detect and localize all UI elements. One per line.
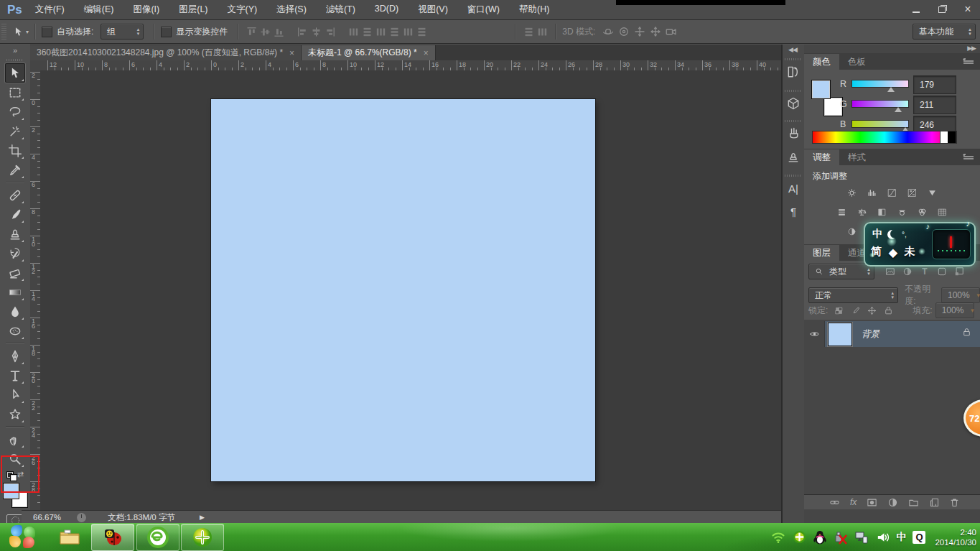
auto-select-checkbox[interactable] [42,27,52,37]
channel-slider-track[interactable] [851,80,909,88]
close-button[interactable]: × [960,4,976,15]
status-expander-icon[interactable]: ▶ [200,514,205,521]
punctuation-indicator[interactable]: °, [902,231,907,239]
properties-panel-icon[interactable] [785,95,802,112]
ime-mode-indicator[interactable]: 中 [872,228,882,241]
channel-value[interactable]: 179 [913,75,956,94]
lock-transparent-pixels-icon[interactable] [833,305,844,316]
menu-item-11[interactable]: 帮助(H) [519,4,549,16]
menu-item-4[interactable]: 图层(L) [179,4,207,16]
blend-mode-dropdown[interactable]: 正常 ▲▼ [808,287,898,303]
document-canvas[interactable] [211,99,595,481]
custom-shape-tool[interactable] [5,404,25,424]
align-bottom-icon[interactable] [272,25,286,39]
align-horizontal-center-icon[interactable] [309,25,323,39]
restore-button[interactable] [934,4,950,15]
layer-thumbnail[interactable] [828,323,852,346]
dodge-tool[interactable] [5,321,25,341]
wifi-icon[interactable] [771,530,785,545]
fill-dropdown[interactable]: 100% ▼ [935,302,974,318]
hue-saturation-icon[interactable] [834,206,850,218]
360-safe-button[interactable] [181,524,224,551]
path-selection-tool[interactable] [5,385,25,404]
type-tool[interactable] [5,366,25,385]
add-layer-mask-icon[interactable] [866,497,878,508]
minimize-button[interactable] [908,4,924,15]
taskbar-clock[interactable]: 2:40 2014/10/30 [935,527,976,547]
3d-rotate-icon[interactable] [601,25,615,39]
menu-item-5[interactable]: 文字(Y) [228,4,258,16]
menu-item-3[interactable]: 图像(I) [133,4,159,16]
smart-object-filter-icon[interactable] [953,266,965,277]
tab-close-icon[interactable]: × [424,48,429,58]
distribute-hcenter-icon[interactable] [401,25,415,39]
pen-tool[interactable] [5,346,25,366]
layer-visibility-toggle[interactable] [804,321,825,347]
auto-select-dropdown[interactable]: 组 ▲▼ [101,24,144,40]
channel-slider-track[interactable] [851,120,909,128]
color-balance-icon[interactable] [854,206,870,218]
expand-strip-icon[interactable]: ◀◀ [788,46,797,53]
channel-slider-thumb[interactable] [895,107,902,112]
history-panel-icon[interactable] [785,63,802,80]
adjustment-layer-filter-icon[interactable] [902,266,913,277]
align-vertical-center-icon[interactable] [258,25,272,39]
channel-mixer-icon[interactable] [915,206,930,218]
adjustments-tab-1[interactable]: 调整 [804,149,839,165]
menu-item-8[interactable]: 3D(D) [375,4,398,16]
align-right-icon[interactable] [323,25,337,39]
distribute-top-icon[interactable] [347,25,360,39]
gradient-tool[interactable] [5,282,25,302]
canvas-viewport[interactable] [40,70,783,510]
network-status-icon[interactable] [854,530,869,545]
character-panel-icon[interactable]: A| [785,180,802,197]
menu-item-6[interactable]: 选择(S) [276,4,307,16]
color-lookup-icon[interactable] [935,206,951,218]
ime-toolbar-overlay[interactable]: 中 °, 简 ◆ 未 ♪ ♪ [864,222,976,267]
crop-tool[interactable] [5,141,25,160]
adjustments-tab-2[interactable]: 样式 [839,149,874,165]
color-tab-1[interactable]: 颜色 [804,54,839,70]
explorer-folder-button[interactable] [53,524,86,550]
vibrance-icon[interactable] [925,187,941,199]
usb-error-icon[interactable] [834,530,848,545]
collapse-panel-icon[interactable]: » [13,46,16,55]
pixel-layer-filter-icon[interactable] [885,266,896,277]
brush-tool[interactable] [5,205,25,224]
document-tab-1[interactable]: 360截图20141030021348284.jpg @ 100% (百度知道,… [30,45,302,60]
menu-item-9[interactable]: 视图(V) [418,4,448,16]
brightness-contrast-icon[interactable] [844,187,860,199]
align-top-icon[interactable] [245,25,258,39]
menu-item-7[interactable]: 滤镜(T) [326,4,355,16]
tab-close-icon[interactable]: × [289,48,294,58]
lock-all-icon[interactable] [882,305,894,316]
delete-layer-icon[interactable] [949,497,960,508]
color-spectrum-ramp[interactable] [812,131,957,144]
3d-pan-icon[interactable] [633,25,646,39]
zoom-level[interactable]: 66.67% [33,513,61,522]
move-tool[interactable] [5,63,25,83]
layer-filter-dropdown[interactable]: 类型 ▲▼ [808,264,874,279]
new-group-icon[interactable] [907,497,920,508]
distribute-spacing-icon[interactable] [536,25,549,39]
clone-stamp-tool[interactable] [5,224,25,244]
lock-image-pixels-icon[interactable] [849,305,861,316]
photo-filter-icon[interactable] [895,206,910,218]
blur-tool[interactable] [5,302,25,321]
lasso-tool[interactable] [5,102,25,121]
channel-slider-thumb[interactable] [887,87,895,92]
eraser-tool[interactable] [5,263,25,282]
workspace-switcher[interactable]: 基本功能 ▲▼ [913,24,976,40]
levels-icon[interactable] [864,187,880,199]
new-layer-icon[interactable] [929,497,940,508]
3d-slide-icon[interactable] [648,25,662,39]
360-tray-icon[interactable] [792,530,806,545]
link-layers-icon[interactable] [829,497,841,508]
collapse-panels-icon[interactable]: ▶▶ [967,45,976,52]
curves-icon[interactable] [885,187,900,199]
history-brush-tool[interactable] [5,244,25,263]
color-menu-icon[interactable] [963,57,976,66]
horizontal-ruler[interactable]: 1210864202468101214161820222426283032343… [40,60,783,71]
lock-position-icon[interactable] [866,305,877,316]
hand-tool[interactable] [5,430,25,449]
